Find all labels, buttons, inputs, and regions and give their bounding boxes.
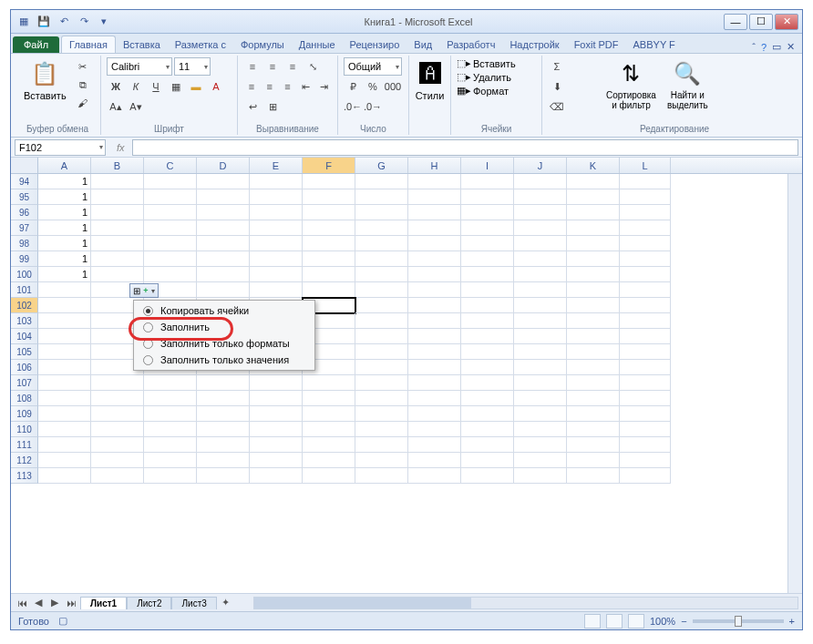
cell[interactable] [408, 437, 461, 453]
cell[interactable] [303, 468, 355, 484]
cell[interactable] [355, 251, 408, 267]
align-bottom-button[interactable]: ≡ [283, 57, 302, 76]
cell[interactable] [355, 360, 408, 375]
name-box[interactable]: F102 [15, 139, 106, 156]
cell[interactable] [514, 422, 567, 437]
column-header[interactable]: F [303, 158, 355, 173]
cell[interactable] [250, 391, 303, 406]
file-tab[interactable]: Файл [13, 36, 59, 53]
maximize-button[interactable]: ☐ [749, 14, 773, 30]
cell[interactable] [620, 251, 671, 267]
border-button[interactable]: ▦ [167, 77, 185, 96]
cell[interactable] [461, 422, 514, 437]
help-icon[interactable]: ? [761, 42, 767, 53]
cell[interactable] [461, 344, 514, 360]
cell[interactable] [567, 298, 620, 313]
cell[interactable] [197, 205, 250, 220]
cell[interactable] [567, 360, 620, 375]
cell[interactable] [514, 220, 567, 236]
align-left-button[interactable]: ≡ [243, 77, 260, 96]
cell[interactable]: 1 [38, 189, 91, 205]
cell[interactable] [620, 344, 671, 360]
cell[interactable] [620, 298, 671, 313]
cell[interactable] [303, 391, 355, 406]
align-center-button[interactable]: ≡ [262, 77, 278, 96]
cell[interactable] [620, 406, 671, 422]
cell[interactable] [197, 220, 250, 236]
decrease-decimal-button[interactable]: .0→ [364, 97, 382, 116]
cell[interactable] [144, 437, 197, 453]
cell[interactable] [355, 406, 408, 422]
cell[interactable] [355, 298, 408, 313]
cell[interactable] [408, 282, 461, 298]
row-header[interactable]: 97 [11, 220, 38, 236]
window-close-icon[interactable]: ✕ [787, 41, 795, 53]
fill-button[interactable]: ⬇ [548, 77, 566, 96]
cell[interactable] [461, 205, 514, 220]
cell[interactable] [514, 282, 567, 298]
cell[interactable] [250, 189, 303, 205]
cell[interactable] [91, 267, 144, 282]
cell[interactable] [144, 236, 197, 251]
cell[interactable] [303, 375, 355, 391]
minimize-button[interactable]: — [724, 14, 747, 30]
cell[interactable] [197, 375, 250, 391]
sheet-tab[interactable]: Лист2 [127, 597, 171, 609]
cell[interactable] [408, 375, 461, 391]
macro-record-icon[interactable]: ▢ [58, 615, 67, 627]
cell[interactable] [514, 298, 567, 313]
wrap-text-button[interactable]: ↩ [243, 97, 262, 116]
indent-inc-button[interactable]: ⇥ [315, 77, 332, 96]
cell[interactable] [197, 453, 250, 468]
cell[interactable] [408, 251, 461, 267]
cell[interactable] [144, 375, 197, 391]
cell[interactable] [461, 220, 514, 236]
formula-input[interactable] [132, 139, 798, 156]
cell[interactable] [620, 329, 671, 344]
row-header[interactable]: 104 [11, 329, 38, 344]
zoom-out-button[interactable]: − [681, 616, 686, 627]
font-name-combo[interactable]: Calibri [107, 57, 172, 76]
underline-button[interactable]: Ч [147, 77, 165, 96]
styles-button[interactable]: 🅰 Стили [415, 57, 445, 103]
cell[interactable]: 1 [38, 220, 91, 236]
cell[interactable] [567, 174, 620, 189]
ribbon-tab-5[interactable]: Рецензиро [343, 36, 407, 53]
cell[interactable] [514, 344, 567, 360]
row-header[interactable]: 106 [11, 360, 38, 375]
cell[interactable] [567, 236, 620, 251]
cell[interactable] [303, 437, 355, 453]
percent-button[interactable]: % [364, 77, 382, 96]
currency-button[interactable]: ₽ [344, 77, 362, 96]
ribbon-tab-3[interactable]: Формулы [233, 36, 292, 53]
cell[interactable] [461, 313, 514, 329]
cell[interactable] [144, 267, 197, 282]
cell[interactable] [91, 174, 144, 189]
zoom-in-button[interactable]: + [789, 616, 795, 627]
cell[interactable] [250, 437, 303, 453]
cell[interactable] [144, 422, 197, 437]
cell[interactable] [408, 329, 461, 344]
cell[interactable] [250, 406, 303, 422]
cell[interactable] [355, 468, 408, 484]
cell[interactable] [514, 205, 567, 220]
row-header[interactable]: 101 [11, 282, 38, 298]
cell[interactable] [250, 205, 303, 220]
cell[interactable] [355, 174, 408, 189]
cell[interactable] [250, 236, 303, 251]
cell[interactable] [567, 329, 620, 344]
column-header[interactable]: H [408, 158, 461, 173]
cell[interactable] [408, 313, 461, 329]
cell[interactable] [408, 406, 461, 422]
cell[interactable] [620, 205, 671, 220]
cell[interactable]: 1 [38, 236, 91, 251]
align-top-button[interactable]: ≡ [243, 57, 262, 76]
cell[interactable] [38, 360, 91, 375]
row-header[interactable]: 98 [11, 236, 38, 251]
zoom-level[interactable]: 100% [650, 616, 675, 627]
cell[interactable] [144, 205, 197, 220]
cell[interactable] [144, 468, 197, 484]
cell[interactable] [355, 453, 408, 468]
cell[interactable] [355, 220, 408, 236]
cell[interactable] [461, 189, 514, 205]
